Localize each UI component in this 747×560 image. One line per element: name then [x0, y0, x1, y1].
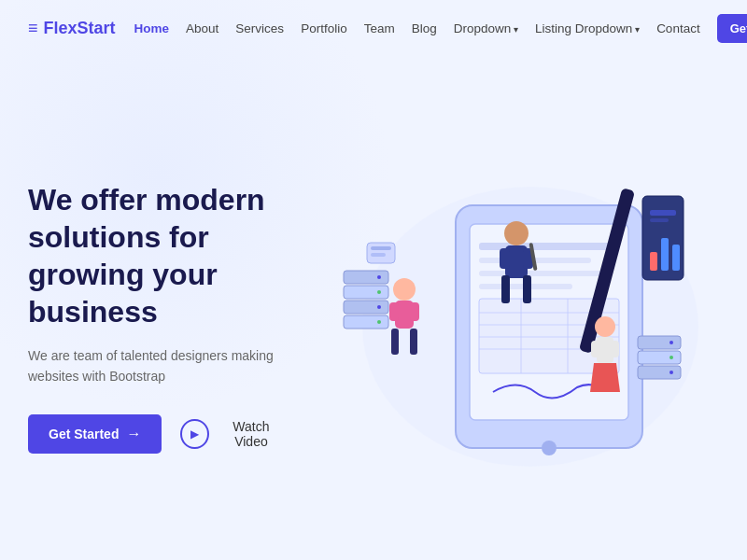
nav-link-about[interactable]: About — [186, 21, 218, 35]
hero-subtitle: We are team of talented designers making… — [28, 345, 286, 387]
svg-rect-49 — [638, 351, 681, 364]
hero-buttons: Get Started → ▶ Watch Video — [28, 414, 286, 454]
svg-rect-46 — [650, 210, 676, 216]
nav-link-blog[interactable]: Blog — [412, 21, 437, 35]
watch-video-button[interactable]: ▶ Watch Video — [180, 419, 286, 449]
svg-point-17 — [393, 278, 416, 301]
svg-point-14 — [542, 441, 557, 455]
svg-rect-48 — [638, 336, 681, 349]
svg-rect-32 — [591, 341, 599, 357]
nav-link-team[interactable]: Team — [364, 21, 395, 35]
svg-rect-36 — [344, 301, 388, 314]
nav-link-dropdown[interactable]: Dropdown — [454, 21, 518, 35]
nav-item-team[interactable]: Team — [364, 20, 395, 36]
svg-point-39 — [377, 290, 381, 294]
svg-rect-33 — [611, 341, 619, 357]
nav-link-listing-dropdown[interactable]: Listing Dropdown — [535, 21, 640, 35]
svg-point-23 — [504, 221, 529, 245]
navbar: ≡ FlexStart Home About Services Portfoli… — [0, 0, 747, 56]
svg-rect-19 — [391, 329, 399, 355]
svg-point-38 — [377, 275, 381, 279]
hero-illustration — [304, 93, 719, 541]
logo-icon: ≡ — [28, 19, 38, 38]
nav-link-home[interactable]: Home — [134, 21, 170, 35]
svg-rect-26 — [523, 275, 531, 303]
nav-item-portfolio[interactable]: Portfolio — [301, 20, 347, 36]
arrow-icon: → — [126, 426, 141, 442]
hero-section: We offer modern solutions for growing yo… — [0, 56, 747, 560]
svg-rect-37 — [344, 315, 388, 329]
svg-point-30 — [595, 316, 615, 337]
watch-video-label: Watch Video — [217, 419, 286, 449]
nav-link-portfolio[interactable]: Portfolio — [301, 21, 347, 35]
svg-point-41 — [377, 320, 381, 324]
illustration-svg — [316, 140, 708, 495]
nav-item-contact[interactable]: Contact — [656, 20, 700, 36]
nav-link-contact[interactable]: Contact — [656, 21, 700, 35]
svg-rect-45 — [672, 245, 680, 271]
get-started-button[interactable]: Get Started → — [28, 414, 162, 454]
nav-item-blog[interactable]: Blog — [412, 20, 437, 36]
get-started-label: Get Started — [49, 427, 119, 441]
hero-content: We offer modern solutions for growing yo… — [28, 181, 304, 455]
logo-text: FlexStart — [44, 19, 116, 38]
svg-rect-21 — [389, 302, 399, 321]
nav-item-about[interactable]: About — [186, 20, 218, 36]
svg-rect-56 — [371, 253, 386, 257]
nav-item-cta[interactable]: Get Started — [717, 20, 747, 36]
svg-rect-5 — [479, 271, 610, 276]
svg-rect-55 — [371, 246, 391, 250]
nav-item-services[interactable]: Services — [235, 20, 284, 36]
play-icon: ▶ — [180, 419, 208, 449]
nav-menu: Home About Services Portfolio Team Blog … — [134, 20, 747, 36]
nav-cta-button[interactable]: Get Started — [717, 14, 747, 43]
nav-link-services[interactable]: Services — [235, 21, 284, 35]
hero-title: We offer modern solutions for growing yo… — [28, 181, 286, 330]
logo[interactable]: ≡ FlexStart — [28, 19, 116, 38]
svg-rect-44 — [661, 238, 669, 271]
svg-rect-27 — [500, 248, 510, 269]
svg-rect-20 — [410, 329, 417, 355]
svg-rect-50 — [638, 366, 681, 379]
svg-rect-22 — [410, 302, 419, 321]
svg-point-52 — [669, 356, 673, 359]
svg-point-51 — [669, 341, 673, 344]
svg-point-40 — [377, 305, 381, 309]
svg-rect-35 — [344, 286, 388, 299]
svg-rect-43 — [650, 252, 657, 271]
svg-rect-47 — [650, 218, 669, 222]
nav-item-listing-dropdown[interactable]: Listing Dropdown — [535, 20, 640, 36]
nav-item-dropdown[interactable]: Dropdown — [454, 20, 518, 36]
svg-rect-25 — [501, 275, 510, 303]
nav-item-home[interactable]: Home — [134, 20, 170, 36]
svg-point-53 — [669, 371, 673, 374]
svg-rect-3 — [479, 243, 619, 250]
svg-rect-34 — [344, 271, 388, 284]
